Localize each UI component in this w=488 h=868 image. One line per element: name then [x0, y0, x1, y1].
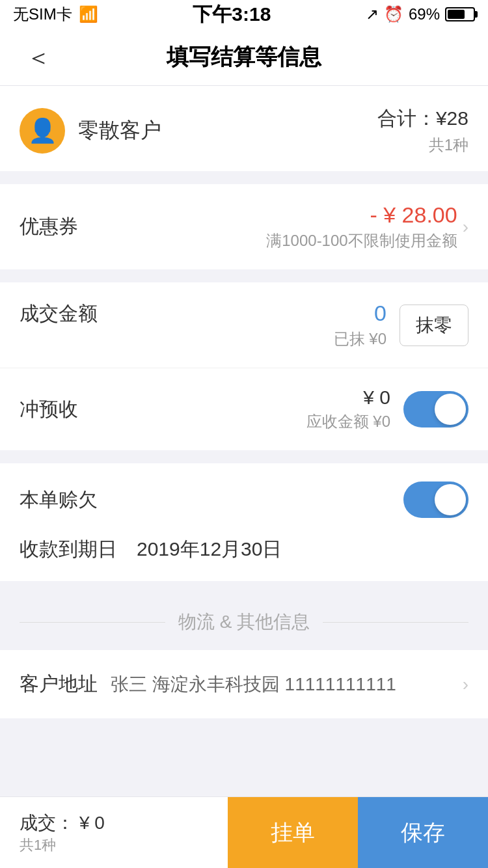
page-title: 填写结算等信息 — [167, 42, 321, 72]
divider-left — [20, 622, 165, 623]
logistics-label: 物流 & 其他信息 — [178, 610, 310, 634]
amount-right: 0 已抹 ¥0 抹零 — [334, 301, 468, 349]
logistics-divider: 物流 & 其他信息 — [0, 594, 488, 650]
prepayment-right: ¥ 0 应收金额 ¥0 — [306, 387, 468, 432]
transaction-section: 成交金额 0 已抹 ¥0 抹零 冲预收 ¥ 0 应收金额 ¥0 — [0, 282, 488, 450]
coupon-sub-text: 满1000-100不限制使用金额 — [266, 230, 457, 251]
address-label: 客户地址 — [20, 671, 98, 698]
due-date-value: 2019年12月30日 — [137, 536, 282, 563]
customer-name: 零散客户 — [78, 116, 161, 145]
location-icon: ↗ — [366, 5, 379, 23]
transaction-label: 成交金额 — [20, 301, 98, 327]
status-bar: 无SIM卡 📶 下午3:18 ↗ ⏰ 69% — [0, 0, 488, 29]
prepayment-value: ¥ 0 — [363, 387, 390, 409]
credit-row: 本单赊欠 — [0, 463, 488, 536]
customer-total: 合计：¥28 — [377, 105, 468, 132]
round-zero-button[interactable]: 抹零 — [400, 305, 468, 346]
due-date-label: 收款到期日 — [20, 536, 117, 563]
chevron-right-icon: › — [463, 217, 468, 237]
transaction-sub-text: 已抹 ¥0 — [334, 329, 386, 349]
wifi-icon: 📶 — [79, 5, 98, 23]
bottom-count: 共1种 — [20, 835, 208, 855]
address-row[interactable]: 客户地址 张三 海淀永丰科技园 11111111111 › — [0, 650, 488, 718]
prepayment-row: 冲预收 ¥ 0 应收金额 ¥0 — [0, 368, 488, 450]
credit-due-date-row: 收款到期日 2019年12月30日 — [0, 536, 488, 581]
prepayment-value-wrap: ¥ 0 应收金额 ¥0 — [306, 387, 390, 432]
address-value: 张三 海淀永丰科技园 11111111111 — [111, 672, 457, 697]
bottom-deal-label: 成交： — [20, 811, 74, 835]
coupon-row[interactable]: 优惠券 - ¥ 28.00 满1000-100不限制使用金额 › — [0, 184, 488, 269]
address-chevron-icon: › — [463, 674, 468, 695]
carrier-text: 无SIM卡 — [13, 4, 72, 25]
nav-bar: ＜ 填写结算等信息 — [0, 29, 488, 86]
transaction-value-wrap: 0 已抹 ¥0 — [334, 301, 386, 349]
battery-percent: 69% — [409, 5, 440, 23]
save-button[interactable]: 保存 — [358, 797, 488, 868]
customer-count: 共1种 — [377, 135, 468, 156]
bottom-deal-value: ¥ 0 — [79, 813, 105, 834]
credit-toggle-knob — [435, 484, 466, 515]
customer-left: 👤 零散客户 — [20, 108, 161, 154]
status-right: ↗ ⏰ 69% — [366, 5, 475, 23]
bottom-info: 成交： ¥ 0 共1种 — [0, 797, 228, 868]
time-display: 下午3:18 — [193, 1, 271, 28]
prepayment-toggle[interactable] — [403, 391, 468, 427]
toggle-knob — [435, 394, 466, 425]
suspend-button[interactable]: 挂单 — [228, 797, 358, 868]
customer-right: 合计：¥28 共1种 — [377, 105, 468, 156]
prepayment-label: 冲预收 — [20, 396, 78, 423]
battery-icon — [445, 7, 475, 21]
amount-row: 成交金额 0 已抹 ¥0 抹零 — [0, 282, 488, 368]
bottom-bar: 成交： ¥ 0 共1种 挂单 保存 — [0, 796, 488, 868]
customer-section: 👤 零散客户 合计：¥28 共1种 — [0, 86, 488, 171]
credit-section: 本单赊欠 收款到期日 2019年12月30日 — [0, 463, 488, 581]
coupon-label: 优惠券 — [20, 213, 78, 240]
credit-label: 本单赊欠 — [20, 487, 98, 513]
address-section: 客户地址 张三 海淀永丰科技园 11111111111 › — [0, 650, 488, 718]
avatar: 👤 — [20, 108, 65, 154]
coupon-value-wrap: - ¥ 28.00 满1000-100不限制使用金额 — [266, 202, 457, 251]
transaction-value: 0 — [374, 301, 386, 326]
status-left: 无SIM卡 📶 — [13, 4, 98, 25]
back-button[interactable]: ＜ — [20, 38, 57, 76]
coupon-discount-value: - ¥ 28.00 — [370, 202, 457, 228]
credit-toggle[interactable] — [403, 481, 468, 518]
divider-right — [323, 622, 468, 623]
alarm-icon: ⏰ — [384, 5, 403, 23]
prepayment-sub-text: 应收金额 ¥0 — [306, 411, 390, 432]
